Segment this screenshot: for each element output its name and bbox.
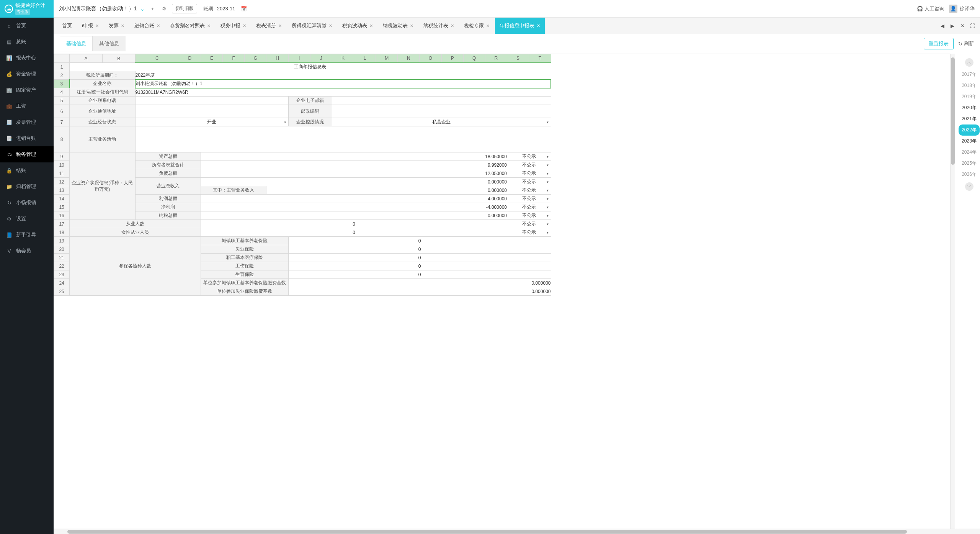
col-header-T[interactable]: T bbox=[529, 54, 551, 63]
sidebar-item-14[interactable]: V畅会员 bbox=[0, 243, 54, 259]
dropdown-cell[interactable]: 不公示 bbox=[507, 169, 551, 178]
sidebar-item-9[interactable]: 🔒结账 bbox=[0, 162, 54, 179]
col-header-I[interactable]: I bbox=[288, 54, 310, 63]
sidebar-item-13[interactable]: 📘新手引导 bbox=[0, 227, 54, 243]
dropdown-cell[interactable]: 不公示 bbox=[507, 211, 551, 220]
tab-close-icon[interactable]: ✕ bbox=[451, 23, 454, 28]
tabs-prev-icon[interactable]: ◀ bbox=[938, 21, 947, 30]
dropdown-cell[interactable]: 不公示 bbox=[507, 178, 551, 186]
sidebar-item-4[interactable]: 🏢固定资产 bbox=[0, 82, 54, 98]
value-cell[interactable]: 0 bbox=[288, 262, 551, 270]
row-header-9[interactable]: 9 bbox=[54, 152, 70, 161]
sidebar-item-7[interactable]: 📑进销台账 bbox=[0, 130, 54, 146]
col-header-Q[interactable]: Q bbox=[463, 54, 485, 63]
col-header-P[interactable]: P bbox=[441, 54, 463, 63]
horizontal-scroll-thumb[interactable] bbox=[67, 530, 907, 534]
support-link[interactable]: 🎧 人工咨询 bbox=[917, 5, 944, 12]
col-header-E[interactable]: E bbox=[201, 54, 223, 63]
reset-report-button[interactable]: 重置报表 bbox=[924, 38, 954, 49]
sidebar-item-12[interactable]: ⚙设置 bbox=[0, 211, 54, 227]
subtab-1[interactable]: 其他信息 bbox=[93, 36, 126, 51]
year-item-2024年[interactable]: 2024年 bbox=[959, 147, 980, 158]
tab-3[interactable]: 进销台账✕ bbox=[130, 18, 165, 34]
value-cell[interactable]: 0 bbox=[288, 237, 551, 245]
row-header-13[interactable]: 13 bbox=[54, 186, 70, 195]
tabs-fullscreen-icon[interactable]: ⛶ bbox=[968, 21, 977, 30]
value-cell[interactable]: 0.000000 bbox=[201, 178, 507, 186]
row-header-3[interactable]: 3 bbox=[54, 80, 70, 88]
tab-close-icon[interactable]: ✕ bbox=[486, 23, 490, 28]
tab-12[interactable]: 年报信息申报表✕ bbox=[495, 18, 545, 34]
vertical-scrollbar[interactable] bbox=[950, 54, 955, 529]
switch-old-version-button[interactable]: 切到旧版 bbox=[172, 4, 197, 13]
value-cell[interactable]: 91320811MA7NGR2W6R bbox=[135, 88, 551, 97]
tab-close-icon[interactable]: ✕ bbox=[329, 23, 332, 28]
year-item-2017年[interactable]: 2017年 bbox=[959, 69, 980, 80]
account-selector[interactable]: 刘小艳演示账套（勿删勿动！）1 ⌄ bbox=[59, 5, 145, 12]
value-cell[interactable]: 0.000000 bbox=[288, 287, 551, 296]
tab-close-icon[interactable]: ✕ bbox=[243, 23, 246, 28]
sidebar-item-3[interactable]: 💰资金管理 bbox=[0, 66, 54, 82]
subtab-0[interactable]: 基础信息 bbox=[60, 36, 93, 51]
tab-6[interactable]: 税表清册✕ bbox=[252, 18, 286, 34]
value-cell[interactable]: 0 bbox=[288, 270, 551, 279]
vertical-scroll-thumb[interactable] bbox=[951, 57, 955, 165]
row-header-23[interactable]: 23 bbox=[54, 270, 70, 279]
tab-close-icon[interactable]: ✕ bbox=[278, 23, 282, 28]
year-item-2025年[interactable]: 2025年 bbox=[959, 158, 980, 169]
value-cell[interactable] bbox=[135, 105, 288, 118]
spreadsheet[interactable]: ABCDEFGHIJKLMNOPQRST1工商年报信息表2税款所属期间：2022… bbox=[54, 54, 950, 529]
year-item-2019年[interactable]: 2019年 bbox=[959, 91, 980, 102]
dropdown-cell[interactable]: 不公示 bbox=[507, 203, 551, 211]
row-header-20[interactable]: 20 bbox=[54, 245, 70, 254]
value-cell[interactable]: 12.050000 bbox=[201, 169, 507, 178]
col-header-O[interactable]: O bbox=[420, 54, 441, 63]
value-cell[interactable]: 0 bbox=[201, 220, 507, 228]
col-header-A[interactable]: A bbox=[70, 54, 103, 63]
dropdown-cell[interactable]: 不公示 bbox=[507, 161, 551, 169]
tab-1[interactable]: i申报✕ bbox=[77, 18, 103, 34]
row-header-5[interactable]: 5 bbox=[54, 97, 70, 105]
row-header-2[interactable]: 2 bbox=[54, 71, 70, 80]
year-up-icon[interactable]: ︿ bbox=[965, 58, 973, 67]
tab-close-icon[interactable]: ✕ bbox=[121, 23, 124, 28]
sidebar-item-10[interactable]: 📁归档管理 bbox=[0, 179, 54, 195]
value-cell[interactable]: -4.000000 bbox=[201, 203, 507, 211]
value-cell[interactable]: 0.000000 bbox=[288, 279, 551, 287]
value-cell[interactable]: -4.000000 bbox=[201, 195, 507, 203]
row-header-18[interactable]: 18 bbox=[54, 228, 70, 237]
col-header-K[interactable]: K bbox=[332, 54, 354, 63]
col-header-L[interactable]: L bbox=[354, 54, 376, 63]
value-cell[interactable] bbox=[332, 97, 551, 105]
row-header-25[interactable]: 25 bbox=[54, 287, 70, 296]
period-value[interactable]: 2023-11 bbox=[217, 6, 235, 11]
dropdown-cell[interactable]: 不公示 bbox=[507, 186, 551, 195]
year-item-2020年[interactable]: 2020年 bbox=[959, 102, 980, 113]
dropdown-cell[interactable]: 不公示 bbox=[507, 220, 551, 228]
year-item-2023年[interactable]: 2023年 bbox=[959, 136, 980, 147]
sidebar-item-5[interactable]: 💼工资 bbox=[0, 98, 54, 114]
sidebar-item-6[interactable]: 🧾发票管理 bbox=[0, 114, 54, 130]
refresh-button[interactable]: ↻ 刷新 bbox=[958, 40, 974, 47]
row-header-15[interactable]: 15 bbox=[54, 203, 70, 211]
tab-7[interactable]: 所得税汇算清缴✕ bbox=[287, 18, 337, 34]
tabs-close-icon[interactable]: ✕ bbox=[958, 21, 967, 30]
tab-close-icon[interactable]: ✕ bbox=[157, 23, 160, 28]
year-item-2021年[interactable]: 2021年 bbox=[959, 113, 980, 124]
year-item-2026年[interactable]: 2026年 bbox=[959, 169, 980, 180]
dropdown-cell[interactable]: 不公示 bbox=[507, 228, 551, 237]
tab-9[interactable]: 纳税波动表✕ bbox=[378, 18, 418, 34]
tab-11[interactable]: 税检专家✕ bbox=[459, 18, 494, 34]
value-cell[interactable]: 18.050000 bbox=[201, 152, 507, 161]
col-header-R[interactable]: R bbox=[485, 54, 507, 63]
value-cell[interactable]: 9.992000 bbox=[201, 161, 507, 169]
dropdown-cell[interactable]: 私营企业 bbox=[332, 118, 551, 126]
tab-close-icon[interactable]: ✕ bbox=[95, 23, 99, 28]
row-header-19[interactable]: 19 bbox=[54, 237, 70, 245]
add-account-icon[interactable]: ＋ bbox=[149, 4, 157, 14]
col-header-N[interactable]: N bbox=[398, 54, 420, 63]
sidebar-item-11[interactable]: ↻小畅报销 bbox=[0, 195, 54, 211]
row-header-4[interactable]: 4 bbox=[54, 88, 70, 97]
sidebar-item-8[interactable]: 🗂税务管理 bbox=[0, 146, 54, 162]
col-header-M[interactable]: M bbox=[376, 54, 398, 63]
